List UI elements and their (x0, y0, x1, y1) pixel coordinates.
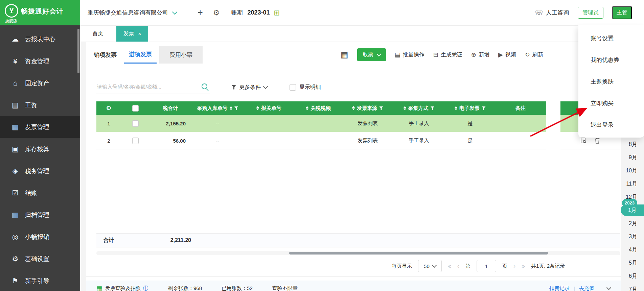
header-remark[interactable]: 备注 (495, 101, 546, 115)
menu-item-buy-now[interactable]: 立即购买 (578, 92, 644, 114)
per-page-select[interactable]: 50 (418, 260, 442, 272)
sidebar-item-label: 云报表中心 (25, 35, 55, 43)
funnel-icon[interactable] (234, 106, 238, 110)
add-new-button[interactable]: ⊕ 新增 (471, 51, 489, 58)
page-prefix: 第 (465, 263, 470, 269)
column-settings-header[interactable]: ⚙ (96, 101, 121, 115)
month-item[interactable]: 5月 (621, 257, 644, 269)
human-consult-button[interactable]: ☏ 人工咨询 (535, 9, 569, 17)
header-tariff[interactable]: 关税税额 (294, 101, 343, 115)
last-page-button[interactable]: » (522, 263, 525, 270)
sidebar-item-closing[interactable]: ☑ 结账 (0, 182, 80, 204)
row-checkbox[interactable] (132, 138, 139, 144)
sidebar-item-tax[interactable]: ◈ 税务管理 (0, 160, 80, 182)
video-button[interactable]: ▶ 视频 (498, 51, 516, 58)
select-all-header (121, 101, 150, 115)
header-tax-total[interactable]: 税合计 (150, 101, 191, 115)
subtab-sales-invoice[interactable]: 销项发票 (89, 46, 121, 64)
table-row[interactable]: 1 2,155.20 -- 发票列表 手工录入 是 (96, 115, 546, 132)
show-detail-checkbox[interactable] (290, 84, 296, 91)
month-item[interactable]: 3月 (621, 231, 644, 242)
generate-voucher-button[interactable]: ⊟ 生成凭证 (433, 51, 462, 58)
funnel-icon[interactable] (482, 106, 486, 110)
recharge-link[interactable]: 去充值 (579, 285, 594, 291)
month-item[interactable]: 9月 (621, 152, 644, 163)
menu-item-account-settings[interactable]: 账号设置 (578, 27, 644, 49)
tab-home[interactable]: 首页 (90, 25, 106, 42)
subtab-input-invoice[interactable]: 进项发票 (124, 46, 157, 64)
table-row[interactable]: 2 56.00 -- 发票列表 手工录入 是 (96, 132, 546, 149)
prev-page-button[interactable]: ‹ (457, 263, 459, 270)
sidebar-item-inventory[interactable]: ▣ 库存核算 (0, 138, 80, 160)
refresh-button[interactable]: ↻ 刷新 (525, 51, 543, 58)
select-all-checkbox[interactable] (132, 105, 139, 112)
sidebar-item-funds[interactable]: ¥ 资金管理 (0, 50, 80, 72)
calendar-icon[interactable]: ⊞ (274, 9, 280, 17)
tab-strip: 首页 发票 × (80, 25, 644, 42)
scrollbar-thumb[interactable] (289, 252, 548, 254)
subtab-expense-receipt[interactable]: 费用小票 (159, 46, 203, 64)
header-e-invoice[interactable]: 电子发票 (445, 101, 495, 115)
search-icon[interactable] (202, 83, 207, 89)
delete-icon[interactable] (595, 138, 600, 144)
sidebar-item-payroll[interactable]: ▤ 工资 (0, 94, 80, 116)
show-detail-toggle[interactable]: 显示明细 (290, 84, 321, 91)
sidebar-scrollbar[interactable] (77, 29, 79, 73)
next-page-button[interactable]: › (513, 263, 515, 270)
search-input[interactable] (96, 81, 199, 93)
period-value[interactable]: 2023-01 (248, 9, 270, 16)
month-item[interactable]: 8月 (621, 139, 644, 150)
sidebar-item-basic-settings[interactable]: ⚙ 基础设置 (0, 248, 80, 270)
month-item[interactable]: 7月 (621, 284, 644, 291)
first-page-button[interactable]: « (448, 263, 451, 270)
table-header: ⚙ 税合计 采购入库单号 报关单号 (96, 101, 546, 115)
menu-item-coupons[interactable]: 我的优惠券 (578, 49, 644, 71)
sort-icon[interactable] (455, 106, 457, 110)
sort-icon[interactable] (404, 106, 406, 110)
funnel-icon[interactable] (431, 106, 435, 110)
horizontal-scrollbar[interactable] (96, 251, 620, 255)
sidebar-item-fixed-assets[interactable]: ⌂ 固定资产 (0, 72, 80, 94)
view-detail-icon[interactable] (581, 138, 586, 144)
funnel-icon[interactable] (379, 106, 383, 110)
gear-icon[interactable]: ⚙ (213, 8, 220, 17)
add-account-icon[interactable]: + (198, 7, 203, 18)
info-icon[interactable]: ⓘ (143, 285, 148, 291)
header-declaration-no[interactable]: 报关单号 (244, 101, 294, 115)
menu-item-theme[interactable]: 主题换肤 (578, 71, 644, 92)
page-input[interactable] (477, 260, 496, 272)
sort-icon[interactable] (306, 106, 308, 110)
sidebar-item-archive[interactable]: ▥ 归档管理 (0, 204, 80, 226)
month-item[interactable]: 4月 (621, 244, 644, 256)
tab-invoice[interactable]: 发票 × (116, 25, 148, 42)
header-method[interactable]: 采集方式 (392, 101, 445, 115)
cell-e-invoice: 是 (445, 115, 495, 132)
company-selector[interactable]: 重庆畅捷交通信息咨询有限公司 (88, 9, 168, 17)
sidebar-item-reimburse[interactable]: ◎ 小畅报销 (0, 226, 80, 248)
qr-scan-icon[interactable]: ▦ (341, 51, 348, 59)
sidebar-item-invoice-management[interactable]: ▦ 发票管理 (0, 116, 80, 138)
more-conditions-button[interactable]: 更多条件 (232, 84, 267, 91)
batch-operation-button[interactable]: ▤ 批量操作 (395, 51, 424, 58)
admin-button[interactable]: 管理员 (578, 7, 603, 19)
row-checkbox[interactable] (132, 120, 139, 127)
column-settings-icon[interactable]: ⚙ (106, 104, 111, 112)
fee-records-link[interactable]: 扣费记录 (549, 285, 570, 291)
role-button[interactable]: 主管 (612, 6, 632, 19)
sort-icon[interactable] (230, 106, 232, 110)
get-ticket-button[interactable]: 取票 (357, 48, 386, 61)
sidebar-item-beginner-guide[interactable]: ⚑ 新手引导 (0, 270, 80, 291)
sort-icon[interactable] (256, 106, 259, 110)
header-purchase-no[interactable]: 采购入库单号 (191, 101, 244, 115)
tab-close-icon[interactable]: × (138, 31, 141, 37)
collapse-chevron-icon[interactable] (606, 285, 611, 290)
header-source[interactable]: 发票来源 (343, 101, 392, 115)
month-item[interactable]: 2月 (621, 218, 644, 229)
month-item[interactable]: 6月 (621, 270, 644, 282)
month-item[interactable]: 11月 (621, 178, 644, 190)
sort-icon[interactable] (352, 106, 355, 110)
sidebar-item-cloud-reports[interactable]: ☁ 云报表中心 (0, 28, 80, 50)
month-item[interactable]: 10月 (621, 165, 644, 176)
menu-item-logout[interactable]: 退出登录 (578, 114, 644, 136)
chevron-down-icon[interactable] (172, 9, 178, 15)
